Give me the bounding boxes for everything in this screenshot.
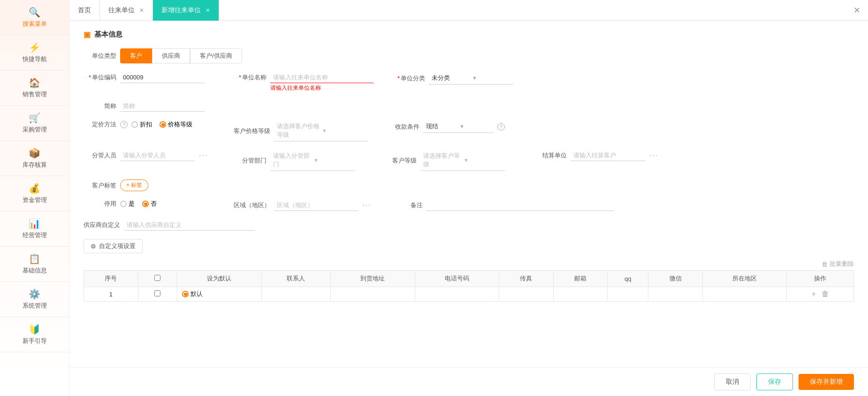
delete-row-icon[interactable]: 🗑	[822, 290, 829, 298]
sidebar-item-beginner[interactable]: 🔰 新手引导	[0, 317, 69, 352]
row-fax	[499, 287, 554, 302]
batch-delete-area: 🗑 批量删除	[84, 260, 854, 268]
add-tag-button[interactable]: + 标签	[120, 179, 148, 191]
payment-terms-select[interactable]: 现结 ▼	[423, 120, 494, 133]
sidebar-item-system[interactable]: ⚙️ 系统管理	[0, 282, 69, 317]
settlement-more-icon[interactable]: ···	[649, 151, 658, 160]
supplier-custom-field: 供应商自定义	[84, 219, 255, 231]
pricing-help-icon[interactable]: ?	[120, 121, 128, 128]
add-row-icon[interactable]: +	[812, 290, 816, 298]
unit-category-select[interactable]: 未分类 ▼	[429, 72, 513, 85]
tab-home[interactable]: 首页	[69, 0, 100, 21]
customer-level-select[interactable]: 请选择客户等级 ▼	[420, 150, 505, 171]
unit-type-supplier-btn[interactable]: 供应商	[152, 48, 190, 63]
chevron-down-icon: ▼	[472, 75, 510, 81]
save-new-button[interactable]: 保存并新增	[799, 374, 854, 390]
purchase-icon: 🛒	[29, 112, 40, 124]
unit-name-field-row: *单位名称	[234, 72, 373, 83]
row-wechat	[648, 287, 703, 302]
pricing-level-radio[interactable]: 价格等级	[160, 120, 192, 129]
custom-settings-button[interactable]: ⚙ 自定义项设置	[84, 239, 143, 253]
cancel-button[interactable]: 取消	[714, 373, 751, 390]
customer-price-level-select[interactable]: 请选择客户价格等级 ▼	[274, 120, 368, 141]
sidebar-item-label: 系统管理	[23, 302, 47, 310]
row-default-radio[interactable]: 默认	[182, 290, 256, 298]
unit-category-field: *单位分类 未分类 ▼	[392, 72, 524, 85]
close-all-tabs-button[interactable]: ✕	[846, 5, 868, 16]
tags-label: 客户标签	[84, 181, 116, 190]
pricing-discount-radio[interactable]: 折扣	[131, 120, 152, 129]
section-title-label: 基本信息	[94, 30, 122, 39]
col-contact: 联系人	[261, 271, 331, 287]
settlement-label: 结算单位	[534, 151, 567, 160]
disabled-radio-group: 是 否	[120, 200, 157, 208]
discount-radio-circle	[131, 121, 138, 128]
unit-category-label: *单位分类	[392, 74, 425, 83]
short-name-row: 简称	[84, 101, 854, 112]
department-select[interactable]: 请输入分管部门 ▼	[270, 150, 355, 171]
col-action: 操作	[787, 271, 854, 287]
basic-icon: 📋	[29, 253, 40, 264]
sidebar-item-quick-nav[interactable]: ⚡ 快捷导航	[0, 35, 69, 70]
sidebar: 🔍 搜索菜单 ⚡ 快捷导航 🏠 销售管理 🛒 采购管理 📦 库存核算 💰 资金管…	[0, 0, 69, 396]
unit-type-customer-btn[interactable]: 客户	[120, 48, 152, 63]
chevron-down-icon4: ▼	[313, 157, 352, 163]
batch-delete-label[interactable]: 批量删除	[830, 260, 854, 268]
sales-icon: 🏠	[29, 77, 40, 88]
chevron-down-icon5: ▼	[464, 157, 502, 163]
discount-label: 折扣	[140, 120, 152, 129]
sidebar-item-finance[interactable]: 💰 资金管理	[0, 176, 69, 211]
payment-help-icon[interactable]: ?	[497, 123, 505, 131]
region-input[interactable]	[274, 200, 358, 211]
row-address	[331, 287, 415, 302]
tab-bar: 首页 往来单位 ✕ 新增往来单位 ✕ ✕	[69, 0, 868, 21]
save-button[interactable]: 保存	[756, 373, 793, 390]
row-qq	[608, 287, 648, 302]
sidebar-item-label: 新手引导	[23, 337, 47, 345]
unit-name-label: *单位名称	[234, 73, 266, 82]
supplier-custom-row: 供应商自定义	[84, 219, 854, 231]
tab-contacts-close[interactable]: ✕	[139, 7, 144, 14]
short-name-label: 简称	[84, 102, 116, 110]
settings-icon: ⚙	[91, 243, 96, 250]
region-more-icon[interactable]: ···	[362, 201, 371, 210]
manager-more-icon[interactable]: ···	[199, 151, 208, 160]
supplier-custom-input[interactable]	[124, 219, 255, 231]
tab-new-contact[interactable]: 新增往来单位 ✕	[153, 0, 219, 21]
region-field: 区域（地区） ···	[234, 200, 371, 211]
disabled-label: 停用	[84, 200, 116, 208]
customer-level-label: 客户等级	[384, 156, 417, 165]
sidebar-item-search[interactable]: 🔍 搜索菜单	[0, 0, 69, 35]
sidebar-item-inventory[interactable]: 📦 库存核算	[0, 141, 69, 176]
row-select-checkbox[interactable]	[154, 290, 160, 296]
unit-name-input[interactable]	[270, 72, 373, 83]
sidebar-item-sales[interactable]: 🏠 销售管理	[0, 70, 69, 106]
beginner-icon: 🔰	[29, 324, 40, 335]
disabled-yes-radio[interactable]: 是	[120, 200, 135, 208]
payment-terms-value: 现结	[426, 122, 457, 131]
sidebar-item-label: 基础信息	[23, 266, 47, 275]
unit-code-input[interactable]	[120, 72, 205, 83]
col-checkbox	[138, 271, 177, 287]
sidebar-item-basic[interactable]: 📋 基础信息	[0, 247, 69, 282]
disabled-no-radio[interactable]: 否	[142, 200, 157, 208]
customer-price-level-label: 客户价格等级	[234, 127, 270, 135]
customer-price-level-placeholder: 请选择客户价格等级	[277, 122, 320, 139]
tab-contacts[interactable]: 往来单位 ✕	[100, 0, 153, 21]
batch-delete-icon: 🗑	[822, 261, 828, 268]
col-wechat: 微信	[648, 271, 703, 287]
remarks-input[interactable]	[426, 200, 614, 211]
sidebar-item-purchase[interactable]: 🛒 采购管理	[0, 106, 69, 141]
col-fax: 传真	[499, 271, 554, 287]
short-name-input[interactable]	[120, 101, 205, 112]
tab-new-contact-close[interactable]: ✕	[206, 7, 210, 14]
tags-row: 客户标签 + 标签	[84, 179, 854, 191]
settlement-input[interactable]	[571, 150, 646, 161]
unit-type-both-btn[interactable]: 客户/供应商	[190, 48, 242, 63]
select-all-checkbox[interactable]	[154, 275, 160, 281]
sidebar-item-operation[interactable]: 📊 经营管理	[0, 211, 69, 247]
manager-input[interactable]	[120, 150, 195, 161]
row-region	[702, 287, 786, 302]
manager-row: 分管人员 ··· 分管部门 请输入分管部门 ▼ 客户等级 请选择客户等级 ▼ 结…	[84, 150, 854, 171]
remarks-label: 备注	[390, 201, 423, 210]
